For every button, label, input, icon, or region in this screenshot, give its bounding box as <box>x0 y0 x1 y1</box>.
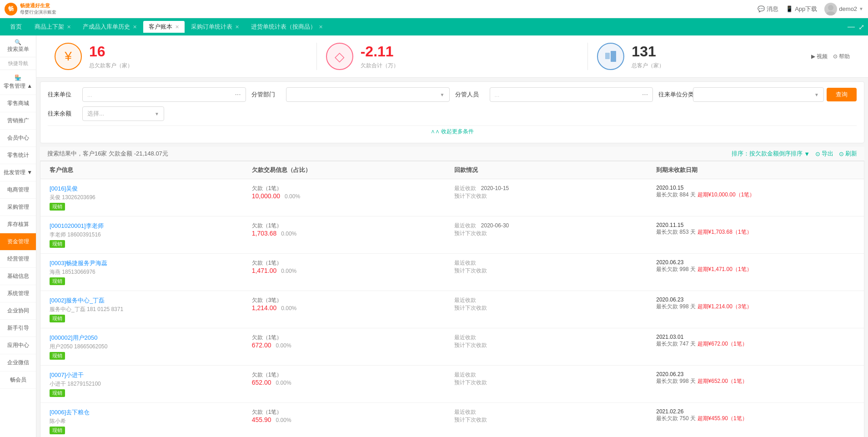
dept-select[interactable]: ▼ <box>286 87 450 102</box>
sidebar-item-operations[interactable]: 经营管理 <box>0 251 36 268</box>
maximize-icon[interactable]: ⤢ <box>858 23 864 31</box>
filter-area: 往来单位 ... ··· 分管部门 ▼ 分管人员 ... <box>40 81 864 143</box>
overdue-amount-0[interactable]: 超期¥10,000.00（1笔） <box>697 191 755 198</box>
tab-product-history[interactable]: 产成品入库单历史 ✕ <box>77 21 142 33</box>
person-dots-icon: ··· <box>642 90 648 99</box>
debt-info-4: 欠款（1笔） 672.00 0.00% <box>250 333 452 350</box>
nav-tabs: 首页 商品上下架 ✕ 产成品入库单历史 ✕ 客户账本 ✕ 采购订单统计表 ✕ 进… <box>0 18 868 35</box>
sidebar-item-guide[interactable]: 新手引导 <box>0 320 36 337</box>
help-label: 帮助 <box>839 53 850 60</box>
minimize-icon[interactable]: — <box>848 23 855 31</box>
tab-customer-account-label: 客户账本 <box>149 23 172 31</box>
debt-pct-5: 0.00% <box>276 380 291 386</box>
sidebar-item-collab[interactable]: 企业协同 <box>0 302 36 320</box>
sort-chevron-icon[interactable]: ▼ <box>804 151 810 157</box>
category-label: 往来单位分类 <box>658 90 690 99</box>
logo-icon: 畅 <box>5 3 17 15</box>
tab-purchase-goods[interactable]: 进货单统计表（按商品） ✕ <box>246 21 328 33</box>
debt-amount-5: 652.00 <box>252 379 271 386</box>
sidebar-item-app-center[interactable]: 应用中心 <box>0 337 36 354</box>
supplier-input[interactable]: ... ··· <box>82 87 246 102</box>
top-bar-left: 畅 畅捷通好生意 母婴行业演示账套 <box>5 2 56 15</box>
sidebar-item-wechat[interactable]: 企业微信 <box>0 354 36 372</box>
table-row: [0003]畅捷服务尹海蕊 海燕 18513066976 现销 欠款（1笔） 1… <box>40 254 864 291</box>
refresh-btn[interactable]: ⊙ 刷新 <box>839 150 857 158</box>
category-chevron-icon: ▼ <box>814 92 819 97</box>
sidebar-item-retail-mgmt[interactable]: 🏪 零售管理 ▲ <box>0 70 36 95</box>
category-select[interactable]: ▼ <box>693 87 824 102</box>
query-button[interactable]: 查询 <box>827 88 857 101</box>
customer-name-2[interactable]: [0003]畅捷服务尹海蕊 <box>50 259 248 267</box>
user-profile[interactable]: demo2 ▼ <box>824 3 863 15</box>
sidebar-item-inventory[interactable]: 库存核算 <box>0 216 36 233</box>
overdue-amount-3[interactable]: 超期¥1,214.00（3笔） <box>697 303 752 310</box>
person-input[interactable]: ... ··· <box>490 87 653 102</box>
overdue-amount-1[interactable]: 超期¥1,703.68（1笔） <box>697 229 752 235</box>
debt-pct-3: 0.00% <box>281 305 296 311</box>
sidebar-item-retail-stat[interactable]: 零售统计 <box>0 147 36 164</box>
messages-btn[interactable]: 💬 消息 <box>758 5 778 13</box>
overdue-days-0: 最长欠款 884 天 <box>656 191 696 198</box>
overdue-amount-4[interactable]: 超期¥672.00（1笔） <box>697 341 748 347</box>
col-header-customer: 客户信息 <box>48 165 250 175</box>
close-purchase-stat-icon[interactable]: ✕ <box>235 24 239 30</box>
balance-select[interactable]: 选择... ▼ <box>82 106 164 121</box>
sidebar-retail-stat-label: 零售统计 <box>7 151 29 159</box>
supplier-label: 往来单位 <box>48 90 80 99</box>
sidebar-item-marketing[interactable]: 营销推广 <box>0 112 36 130</box>
sidebar-item-ecommerce[interactable]: 电商管理 <box>0 181 36 199</box>
sidebar-item-member[interactable]: 会员中心 <box>0 130 36 147</box>
close-product-history-icon[interactable]: ✕ <box>133 24 137 30</box>
sidebar-item-retail-mall[interactable]: 零售商城 <box>0 95 36 112</box>
sidebar-item-finance[interactable]: 资金管理 <box>0 233 36 251</box>
tab-customer-account[interactable]: 客户账本 ✕ <box>143 21 185 33</box>
sidebar-app-center-label: 应用中心 <box>7 342 29 349</box>
debt-amount-1: 1,703.68 <box>252 230 277 237</box>
view-video-btn[interactable]: ▶ 视频 <box>811 53 828 60</box>
refresh-label: 刷新 <box>845 150 857 158</box>
customer-name-3[interactable]: [0002]服务中心_丁磊 <box>50 296 248 305</box>
sidebar-ecommerce-label: 电商管理 <box>7 186 29 194</box>
download-icon: 📱 <box>786 5 793 12</box>
customer-name-5[interactable]: [0007]小进干 <box>50 371 248 379</box>
sidebar-item-system[interactable]: 系统管理 <box>0 285 36 302</box>
tab-purchase-goods-label: 进货单统计表（按商品） <box>251 23 316 31</box>
collapse-bar[interactable]: ∧∧ 收起更多条件 <box>48 126 857 137</box>
filter-row-2: 往来余额 选择... ▼ <box>48 106 857 121</box>
debt-count-4: 欠款（1笔） <box>252 334 451 342</box>
last-collect-label-5: 最近收款 <box>454 372 476 378</box>
due-date-4: 2021.03.01 <box>656 334 855 340</box>
tab-home[interactable]: 首页 <box>4 21 28 33</box>
debt-count-1: 欠款（1笔） <box>252 222 451 230</box>
sidebar-item-wholesale[interactable]: 批发管理 ▼ <box>0 164 36 181</box>
customer-name-0[interactable]: [0016]吴俊 <box>50 185 248 193</box>
tab-purchase-stat[interactable]: 采购订单统计表 ✕ <box>186 21 245 33</box>
customer-name-6[interactable]: [0006]去下粮仓 <box>50 408 248 417</box>
sidebar-item-purchase[interactable]: 采购管理 <box>0 199 36 216</box>
svg-rect-2 <box>605 53 610 59</box>
tab-goods-shelf[interactable]: 商品上下架 ✕ <box>29 21 76 33</box>
customer-name-1[interactable]: [0001020001]李老师 <box>50 222 248 230</box>
sidebar-item-basic-info[interactable]: 基础信息 <box>0 268 36 285</box>
message-icon: 💬 <box>758 5 765 12</box>
col-header-debt: 欠款交易信息（占比） <box>250 165 452 175</box>
close-purchase-goods-icon[interactable]: ✕ <box>319 24 323 30</box>
customer-name-4[interactable]: [000002]用户2050 <box>50 334 248 342</box>
help-btn[interactable]: ⊙ 帮助 <box>833 53 850 60</box>
recovery-info-3: 最近收款 预计下次收款 <box>452 296 655 313</box>
export-btn[interactable]: ⊙ 导出 <box>815 150 833 158</box>
overdue-amount-2[interactable]: 超期¥1,471.00（1笔） <box>697 266 752 272</box>
close-customer-account-icon[interactable]: ✕ <box>175 24 179 30</box>
customer-tag-5: 现销 <box>50 389 65 397</box>
stat-card-debtors: ¥ 16 总欠款客户（家） <box>45 43 317 70</box>
sidebar-search[interactable]: 🔍 搜索菜单 <box>0 35 36 57</box>
sidebar-item-member2[interactable]: 畅会员 <box>0 372 36 389</box>
avatar <box>824 3 837 15</box>
app-download-btn[interactable]: 📱 App下载 <box>786 5 817 13</box>
close-goods-shelf-icon[interactable]: ✕ <box>67 24 71 30</box>
overdue-amount-6[interactable]: 超期¥455.90（1笔） <box>697 415 748 422</box>
overdue-amount-5[interactable]: 超期¥652.00（1笔） <box>697 378 748 384</box>
debtors-number: 16 <box>89 43 133 60</box>
stats-row: ¥ 16 总欠款客户（家） ◇ -2.11 欠款合计（万） <box>36 35 868 78</box>
tab-goods-shelf-label: 商品上下架 <box>35 23 64 31</box>
